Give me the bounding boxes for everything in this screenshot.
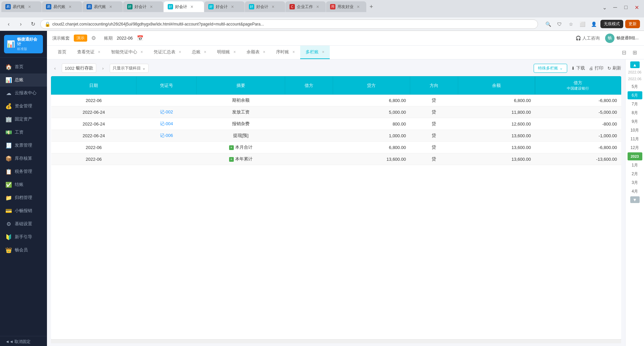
shield-icon[interactable]: 🛡 — [555, 19, 564, 29]
tab-close-4[interactable]: × — [150, 4, 153, 9]
calendar-month-7[interactable]: 7月 — [628, 100, 642, 108]
minimize-button[interactable]: ─ — [610, 3, 620, 12]
calendar-month-10[interactable]: 10月 — [628, 126, 642, 134]
tab-sequence-ledger-close[interactable]: × — [292, 50, 295, 54]
sidebar-item-assets[interactable]: 🏢 固定资产 — [0, 113, 47, 126]
close-window-button[interactable]: ✕ — [632, 3, 641, 12]
tab-close-6[interactable]: × — [231, 4, 234, 9]
calendar-scroll-up[interactable]: ▲ — [630, 61, 640, 68]
tab-voucher-view[interactable]: 查看凭证 × — [72, 46, 106, 59]
update-button[interactable]: 更新 — [625, 20, 640, 28]
calendar-month-2023-1[interactable]: 1月 — [628, 161, 642, 169]
cell-voucher-1[interactable]: 记-002 — [136, 106, 197, 118]
calendar-scroll-down[interactable]: ▼ — [630, 196, 640, 203]
refresh-button[interactable]: ↻ 刷新 — [607, 65, 621, 71]
calendar-month-2023-2[interactable]: 2月 — [628, 170, 642, 178]
calendar-month-5[interactable]: 5月 — [628, 83, 642, 91]
calendar-icon[interactable]: 📅 — [137, 35, 144, 41]
demo-badge: 演示 — [74, 35, 87, 42]
calendar-month-8[interactable]: 8月 — [628, 109, 642, 117]
tab-list-button[interactable]: ⌄ — [600, 3, 609, 12]
sidebar-item-general[interactable]: 📊 总账 — [0, 73, 47, 87]
sidebar-item-reports[interactable]: ☁ 云报表中心 — [0, 87, 47, 100]
tab-close-3[interactable]: × — [109, 4, 112, 9]
sidebar-item-invoice[interactable]: 🧾 发票管理 — [0, 139, 47, 152]
tab-general-ledger[interactable]: 总账 × — [186, 46, 212, 59]
forward-button[interactable]: › — [16, 19, 25, 29]
tab-close-1[interactable]: × — [28, 4, 31, 9]
tab-close-5[interactable]: × — [191, 4, 193, 9]
star-icon[interactable]: ☆ — [566, 19, 576, 29]
tab-multi-col-ledger-close[interactable]: × — [322, 50, 324, 54]
cell-voucher-2[interactable]: 记-004 — [136, 118, 197, 130]
tab-close-7[interactable]: × — [272, 4, 274, 9]
tab-detail-ledger-close[interactable]: × — [233, 50, 236, 54]
tab-smart-center-close[interactable]: × — [141, 50, 143, 54]
browser-tab-3[interactable]: 易 易代账 × — [83, 1, 123, 12]
calendar-month-12[interactable]: 12月 — [628, 144, 642, 152]
tab-balance-sheet-close[interactable]: × — [263, 50, 265, 54]
calendar-month-9[interactable]: 9月 — [628, 117, 642, 126]
browser-tab-5[interactable]: 好 好会计 × — [164, 1, 204, 12]
print-button[interactable]: 🖨 打印 — [589, 65, 603, 71]
tab-voucher-view-close[interactable]: × — [98, 50, 100, 54]
browser-tab-1[interactable]: 易 易代账 × — [1, 1, 42, 12]
tab-home[interactable]: 首页 — [52, 46, 72, 59]
settings-gear-icon[interactable]: ⚙ — [91, 35, 96, 41]
sidebar-item-close[interactable]: ✅ 结账 — [0, 178, 47, 191]
sidebar-item-member[interactable]: 👑 畅会员 — [0, 244, 47, 257]
tab-expand-button[interactable]: ⊞ — [631, 48, 639, 56]
browser-tab-6[interactable]: 好 好会计 × — [204, 1, 245, 12]
tab-voucher-summary-close[interactable]: × — [179, 50, 181, 54]
browser-tab-7[interactable]: 好 好会计 × — [245, 1, 285, 12]
calendar-month-2023-4[interactable]: 4月 — [628, 187, 642, 195]
multi-col-button[interactable]: 特殊多栏账 ⌄ — [534, 64, 567, 73]
calendar-month-2023-3[interactable]: 3月 — [628, 179, 642, 187]
tab-collapse-button[interactable]: ⊟ — [620, 48, 628, 56]
new-tab-button[interactable]: + — [367, 2, 376, 11]
browser-tab-9[interactable]: 用 用友好业 × — [326, 1, 366, 12]
calendar-month-6[interactable]: 6月 — [628, 91, 642, 99]
tab-multi-col-ledger[interactable]: 多栏账 × — [300, 46, 330, 59]
tab-balance-sheet[interactable]: 余额表 × — [241, 46, 271, 59]
tab-detail-ledger[interactable]: 明细账 × — [212, 46, 241, 59]
tab-sequence-ledger[interactable]: 序时账 × — [271, 46, 300, 59]
sidebar-item-inventory[interactable]: 📦 库存核算 — [0, 152, 47, 165]
tab-smart-center[interactable]: 智能凭证中心 × — [106, 46, 148, 59]
back-button[interactable]: ‹ — [4, 19, 13, 29]
sidebar-item-settings[interactable]: ⚙ 基础设置 — [0, 217, 47, 231]
sidebar-item-archive[interactable]: 📁 归档管理 — [0, 191, 47, 204]
horizontal-scrollbar[interactable] — [51, 339, 621, 343]
service-button[interactable]: 🎧 人工咨询 — [576, 35, 600, 41]
browser-tab-4[interactable]: 好 好会计 × — [123, 1, 163, 12]
search-icon[interactable]: 🔍 — [543, 19, 553, 29]
browser-tab-8[interactable]: C 企业工作 × — [285, 1, 326, 12]
sidebar-item-expense[interactable]: 💳 小畅报销 — [0, 204, 47, 217]
incognito-button[interactable]: 无痕模式 — [600, 20, 623, 28]
calendar-month-11[interactable]: 11月 — [628, 135, 642, 143]
sidebar-pin-toggle[interactable]: ◄◄ 取消固定 — [0, 336, 47, 346]
cell-voucher-3[interactable]: 记-006 — [136, 130, 197, 142]
browser-tab-2[interactable]: 易 易代账 × — [42, 1, 82, 12]
nav-label-general: 总账 — [15, 77, 23, 83]
reload-button[interactable]: ↻ — [28, 19, 38, 29]
url-bar[interactable]: 🔒 cloud2.chanjet.com/accounting/uh26t264… — [40, 19, 538, 29]
sidebar-item-capital[interactable]: 💰 资金管理 — [0, 100, 47, 113]
sidebar-item-home[interactable]: 🏠 首页 — [0, 60, 47, 73]
extensions-icon[interactable]: ⬜ — [578, 19, 587, 29]
maximize-button[interactable]: □ — [621, 3, 631, 12]
user-profile-icon[interactable]: 👤 — [589, 19, 598, 29]
tab-close-9[interactable]: × — [357, 4, 360, 9]
filter-select[interactable]: 只显示下级科目 ⌄ — [110, 64, 149, 73]
download-button[interactable]: ⬇ 下载 — [571, 65, 585, 71]
sidebar-item-tax[interactable]: 📋 税务管理 — [0, 165, 47, 178]
tab-close-2[interactable]: × — [69, 4, 71, 9]
account-prev-button[interactable]: ‹ — [51, 64, 59, 72]
sidebar-item-guide[interactable]: 🔰 新手引导 — [0, 231, 47, 244]
account-selector[interactable]: 1002 银行存款 — [62, 63, 96, 73]
tab-close-8[interactable]: × — [316, 4, 319, 9]
tab-general-ledger-close[interactable]: × — [204, 50, 206, 54]
sidebar-item-payroll[interactable]: 💵 工资 — [0, 126, 47, 139]
account-next-button[interactable]: › — [99, 64, 107, 72]
tab-voucher-summary[interactable]: 凭证汇总表 × — [148, 46, 186, 59]
